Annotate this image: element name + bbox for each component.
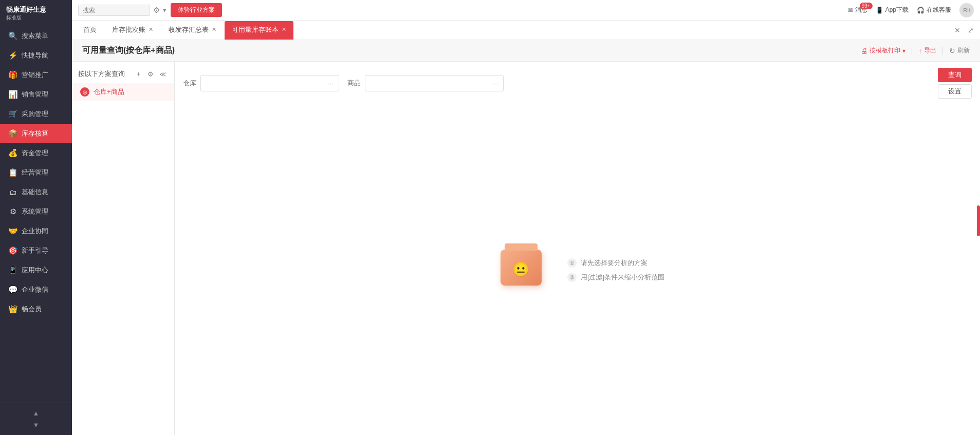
trial-btn[interactable]: 体验行业方案 [171, 3, 222, 17]
sidebar-icon-app-center: 📱 [8, 266, 17, 275]
sidebar-label-search: 搜索菜单 [22, 31, 48, 41]
empty-text: ① 请先选择要分析的方案 ② 用[过滤]条件来缩小分析范围 [567, 258, 664, 282]
warehouse-input[interactable]: ··· [200, 75, 339, 91]
tip-text-2: 用[过滤]条件来缩小分析范围 [581, 273, 664, 282]
sidebar-icon-purchase-mgmt: 🛒 [8, 109, 17, 119]
tab-close-available-qty[interactable]: ✕ [282, 26, 286, 33]
tab-label-home: 首页 [83, 25, 97, 34]
warehouse-more-icon[interactable]: ··· [328, 80, 334, 87]
sidebar-item-basic-info[interactable]: 🗂 基础信息 [0, 182, 72, 202]
sidebar-item-shortcut[interactable]: ⚡ 快捷导航 [0, 46, 72, 65]
msg-btn[interactable]: ✉ 消息 99+ [848, 6, 867, 14]
scheme-item-warehouse-goods[interactable]: ◎ 仓库+商品 [72, 83, 174, 101]
tab-close-inventory-batch[interactable]: ✕ [149, 26, 153, 33]
goods-more-icon[interactable]: ··· [492, 80, 498, 87]
topbar-search-area: ⚙ ▾ [78, 5, 167, 16]
sidebar-icon-sales-mgmt: 📊 [8, 90, 17, 99]
sidebar-item-sys-mgmt[interactable]: ⚙ 系统管理 [0, 202, 72, 221]
left-panel-actions: ＋ ⚙ ≪ [133, 69, 168, 79]
sidebar-icon-shortcut: ⚡ [8, 51, 17, 60]
refresh-btn[interactable]: ↻ 刷新 [949, 46, 970, 55]
tab-close-btn[interactable]: ✕ [952, 24, 963, 36]
sidebar-item-enterprise-wx[interactable]: 💬 企业微信 [0, 280, 72, 299]
online-service-btn[interactable]: 🎧 在线客服 [917, 6, 951, 14]
tab-available-qty[interactable]: 可用量库存账本✕ [225, 21, 293, 40]
sidebar-item-marketing-promo[interactable]: 🎁 营销推广 [0, 65, 72, 85]
sidebar-item-sales-mgmt[interactable]: 📊 销售管理 [0, 85, 72, 104]
sidebar-item-search[interactable]: 🔍 搜索菜单 [0, 26, 72, 46]
right-scrollbar [977, 205, 980, 236]
main-content: ⚙ ▾ 体验行业方案 ✉ 消息 99+ 📱 App下载 🎧 在线客服 Rit [72, 0, 980, 435]
phone-icon: 📱 [876, 7, 883, 14]
empty-state: 😐 ① 请先选择要分析的方案 ② 用[过滤]条件来缩小分析范围 [175, 105, 980, 435]
sidebar-logo-sub: 标准版 [6, 14, 66, 22]
sidebar-item-purchase-mgmt[interactable]: 🛒 采购管理 [0, 104, 72, 124]
msg-badge: 99+ [860, 3, 873, 9]
gear-icon[interactable]: ⚙ [153, 6, 160, 15]
sidebar-scroll: 🔍 搜索菜单 ⚡ 快捷导航 🎁 营销推广 📊 销售管理 🛒 采购管理 📦 库存核… [0, 26, 72, 403]
sidebar-label-sales-mgmt: 销售管理 [22, 90, 48, 99]
topbar-dropdown-icon[interactable]: ▾ [163, 6, 167, 14]
app-download-btn[interactable]: 📱 App下载 [876, 6, 909, 14]
add-scheme-btn[interactable]: ＋ [133, 69, 143, 79]
edit-scheme-btn[interactable]: ⚙ [145, 69, 156, 79]
print-btn[interactable]: 🖨 按模板打印 ▾ [860, 46, 905, 55]
sidebar-icon-finance: 💰 [8, 148, 17, 158]
sidebar-bottom: ▲ ▼ [0, 403, 72, 435]
content-area: 按以下方案查询 ＋ ⚙ ≪ ◎ 仓库+商品 仓库 [72, 62, 980, 435]
topbar: ⚙ ▾ 体验行业方案 ✉ 消息 99+ 📱 App下载 🎧 在线客服 Rit [72, 0, 980, 21]
sidebar-label-enterprise: 企业协同 [22, 226, 48, 236]
tab-inventory-batch[interactable]: 库存批次账✕ [105, 21, 160, 40]
scheme-icon-inner: ◎ [83, 89, 87, 95]
right-panel: 仓库 ··· 商品 ··· 查询 设置 [175, 62, 980, 435]
export-icon: ↑ [918, 47, 922, 55]
headset-icon: 🎧 [917, 7, 924, 14]
tab-maximize-btn[interactable]: ⤢ [966, 24, 976, 36]
sidebar-scroll-up[interactable]: ▲ [0, 407, 72, 419]
sidebar-item-new-guide[interactable]: 🎯 新手引导 [0, 241, 72, 260]
user-avatar[interactable]: Rit [959, 3, 974, 17]
sidebar-icon-new-guide: 🎯 [8, 246, 17, 255]
tabs-bar: 首页库存批次账✕收发存汇总表✕可用量库存账本✕ ✕ ⤢ [72, 21, 980, 40]
empty-illustration: 😐 [490, 239, 552, 301]
warehouse-label: 仓库 [183, 79, 196, 88]
sidebar-scroll-down[interactable]: ▼ [0, 419, 72, 431]
empty-tip-1: ① 请先选择要分析的方案 [567, 258, 664, 268]
sidebar-label-marketing-promo: 营销推广 [22, 70, 48, 80]
goods-input[interactable]: ··· [365, 75, 504, 91]
sidebar-label-new-guide: 新手引导 [22, 246, 48, 255]
sidebar-item-enterprise[interactable]: 🤝 企业协同 [0, 221, 72, 241]
tip-num-2: ② [567, 273, 577, 282]
query-btn[interactable]: 查询 [938, 68, 972, 82]
sidebar-icon-enterprise-wx: 💬 [8, 285, 17, 294]
left-panel-title: 按以下方案查询 [78, 69, 125, 79]
sidebar-icon-marketing-promo: 🎁 [8, 70, 17, 80]
sidebar-item-ops-mgmt[interactable]: 📋 经营管理 [0, 163, 72, 182]
tab-receive-summary[interactable]: 收发存汇总表✕ [161, 21, 224, 40]
goods-filter: 商品 ··· [347, 75, 504, 91]
sidebar-item-member[interactable]: 👑 畅会员 [0, 299, 72, 319]
empty-box-face: 😐 [512, 261, 530, 278]
print-dropdown-icon[interactable]: ▾ [902, 47, 905, 54]
message-icon: ✉ [848, 7, 853, 14]
topbar-search-input[interactable] [78, 5, 150, 16]
sidebar: 畅康通好生意 标准版 🔍 搜索菜单 ⚡ 快捷导航 🎁 营销推广 📊 销售管理 🛒… [0, 0, 72, 435]
tab-home[interactable]: 首页 [76, 21, 104, 40]
sidebar-label-finance: 资金管理 [22, 148, 48, 158]
sidebar-label-purchase-mgmt: 采购管理 [22, 109, 48, 119]
empty-box-icon: 😐 [501, 250, 542, 286]
tab-close-receive-summary[interactable]: ✕ [212, 26, 216, 33]
sidebar-item-app-center[interactable]: 📱 应用中心 [0, 260, 72, 280]
sidebar-icon-basic-info: 🗂 [8, 187, 17, 197]
tip-text-1: 请先选择要分析的方案 [581, 258, 648, 268]
sidebar-item-finance[interactable]: 💰 资金管理 [0, 143, 72, 163]
sidebar-icon-inventory: 📦 [8, 129, 17, 138]
sidebar-item-inventory[interactable]: 📦 库存核算 [0, 124, 72, 143]
divider2 [942, 47, 943, 55]
settings-btn[interactable]: 设置 [938, 84, 972, 99]
collapse-btn[interactable]: ≪ [158, 69, 168, 79]
export-btn[interactable]: ↑ 导出 [918, 46, 936, 55]
sidebar-label-sys-mgmt: 系统管理 [22, 207, 48, 216]
sidebar-label-basic-info: 基础信息 [22, 187, 48, 197]
sidebar-icon-member: 👑 [8, 305, 17, 314]
